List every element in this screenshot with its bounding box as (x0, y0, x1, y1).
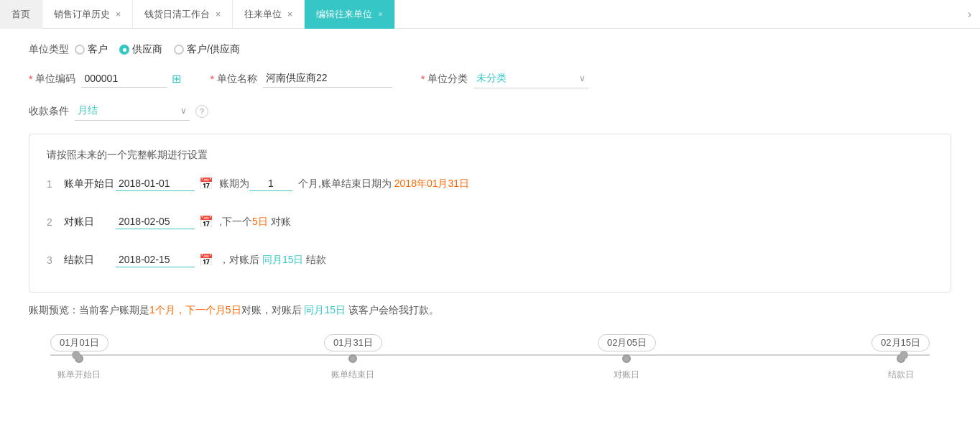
timeline-node-3: 02月05日 对账日 (598, 334, 656, 381)
period-num-1: 1 (47, 178, 64, 190)
category-dropdown[interactable]: 未分类 ∨ (473, 69, 588, 88)
payment-date-input[interactable] (116, 252, 195, 267)
period-row-1: 1 账单开始日 📅 账期为 个月,账单结束日期为 2018年01月31日 (47, 176, 933, 198)
node-badge-2: 01月31日 (324, 334, 382, 351)
category-dropdown-arrow: ∨ (579, 73, 586, 83)
preview-next: 下一个月5日 (185, 304, 241, 316)
preview-text: 账期预览：当前客户账期是1个月，下一个月5日对账，对账后 同月15日 该客户会给… (29, 304, 951, 317)
code-label: 单位编码 (35, 73, 75, 86)
node-label-4: 结款日 (888, 369, 914, 381)
period-label-2: 对账日 (64, 216, 116, 229)
tab-bar: 首页 销售订单历史 × 钱货日清工作台 × 往来单位 × 编辑往来单位 × › (0, 0, 980, 29)
node-dot-2 (348, 354, 357, 363)
node-label-3: 对账日 (614, 369, 639, 381)
period-desc-prefix: 账期为 (219, 178, 249, 190)
help-icon[interactable]: ? (195, 105, 208, 118)
name-field: * 单位名称 (210, 70, 392, 88)
unit-type-radio-group: 客户 供应商 客户/供应商 (75, 43, 240, 56)
preview-prefix: 账期预览：当前客户账期是 (29, 304, 149, 316)
tab-sales-history[interactable]: 销售订单历史 × (42, 0, 133, 29)
timeline-node-2: 01月31日 账单结束日 (324, 334, 382, 381)
unit-type-label: 单位类型 (29, 43, 69, 56)
radio-customer[interactable]: 客户 (75, 43, 108, 56)
tab-partner[interactable]: 往来单位 × (233, 0, 305, 29)
period-box: 请按照未来的一个完整帐期进行设置 1 账单开始日 📅 账期为 个月,账单结束日期… (29, 134, 951, 293)
radio-supplier[interactable]: 供应商 (119, 43, 162, 56)
month-input[interactable] (249, 176, 292, 191)
end-date-highlight: 2018年01月31日 (394, 178, 469, 189)
timeline-node-group: 01月01日 账单开始日 01月31日 账单结束日 02月05日 对账日 (50, 328, 930, 381)
period-desc-suffix: 个月,账单结束日期为 2018年01月31日 (298, 178, 469, 190)
node-label-1: 账单开始日 (57, 369, 101, 381)
preview-month: 1个月， (149, 304, 185, 316)
code-name-row: * 单位编码 ⊞ * 单位名称 * 单位分类 未分类 ∨ (29, 69, 951, 88)
radio-both[interactable]: 客户/供应商 (174, 43, 240, 56)
timeline-nodes: 01月01日 账单开始日 01月31日 账单结束日 02月05日 对账日 (50, 328, 930, 381)
timeline-wrapper: 01月01日 账单开始日 01月31日 账单结束日 02月05日 对账日 (29, 328, 951, 381)
tab-partner-label: 往来单位 (244, 8, 282, 21)
tab-edit-partner-label: 编辑往来单位 (316, 8, 372, 21)
category-value: 未分类 (476, 72, 573, 85)
copy-icon[interactable]: ⊞ (172, 72, 181, 86)
node-dot-3 (622, 354, 631, 363)
radio-supplier-circle (119, 45, 129, 55)
tab-edit-partner[interactable]: 编辑往来单位 × (305, 0, 395, 29)
payment-dropdown[interactable]: 月结 ∨ (75, 101, 190, 121)
category-star: * (421, 73, 425, 85)
radio-both-circle (174, 45, 184, 55)
payment-value: 月结 (78, 104, 175, 117)
preview-section: 账期预览：当前客户账期是1个月，下一个月5日对账，对账后 同月15日 该客户会给… (29, 304, 951, 381)
radio-customer-circle (75, 45, 85, 55)
preview-mid: 对账，对账后 (241, 304, 302, 316)
period-num-3: 3 (47, 254, 64, 266)
preview-suffix: 该客户会给我打款。 (348, 304, 439, 316)
period-title: 请按照未来的一个完整帐期进行设置 (47, 149, 933, 162)
tab-cash-work[interactable]: 钱货日清工作台 × (133, 0, 233, 29)
radio-supplier-label: 供应商 (132, 43, 162, 56)
period-desc-2: ,下一个5日 对账 (219, 216, 291, 229)
preview-pay: 同月15日 (304, 304, 346, 316)
tab-edit-partner-close[interactable]: × (378, 9, 383, 19)
reconcile-day-highlight: 5日 (252, 216, 268, 227)
category-label: 单位分类 (427, 73, 468, 86)
period-label-1: 账单开始日 (64, 178, 116, 190)
reconcile-date-input[interactable] (116, 214, 195, 229)
code-star: * (29, 73, 32, 85)
period-num-2: 2 (47, 216, 64, 228)
tab-arrow[interactable]: › (959, 8, 980, 21)
tab-sales-history-close[interactable]: × (116, 9, 121, 19)
reconcile-date-calendar[interactable]: 📅 (199, 215, 213, 229)
payment-label: 收款条件 (29, 105, 69, 118)
category-field: * 单位分类 未分类 ∨ (421, 69, 588, 88)
name-label: 单位名称 (217, 73, 257, 86)
timeline-end-dot (900, 351, 908, 359)
radio-both-label: 客户/供应商 (187, 43, 240, 56)
payment-date-calendar[interactable]: 📅 (199, 253, 213, 267)
period-row-3: 3 结款日 📅 ，对账后 同月15日 结款 (47, 252, 933, 275)
period-label-3: 结款日 (64, 254, 116, 267)
tab-cash-work-label: 钱货日清工作台 (144, 8, 210, 21)
tab-partner-close[interactable]: × (287, 9, 292, 19)
tab-home[interactable]: 首页 (0, 0, 42, 29)
node-badge-1: 01月01日 (50, 334, 108, 351)
main-content: 单位类型 客户 供应商 客户/供应商 * 单位编码 ⊞ * 单位名称 (0, 29, 980, 437)
radio-customer-label: 客户 (88, 43, 108, 56)
tab-home-label: 首页 (11, 8, 30, 21)
period-row-2: 2 对账日 📅 ,下一个5日 对账 (47, 214, 933, 236)
start-date-calendar[interactable]: 📅 (199, 177, 213, 190)
period-desc-3: ，对账后 同月15日 结款 (219, 254, 326, 267)
name-input[interactable] (263, 70, 392, 88)
payment-day-highlight: 同月15日 (262, 254, 304, 265)
code-input[interactable] (81, 70, 167, 88)
name-star: * (210, 73, 213, 85)
unit-type-row: 单位类型 客户 供应商 客户/供应商 (29, 43, 951, 56)
tab-sales-history-label: 销售订单历史 (54, 8, 110, 21)
node-badge-4: 02月15日 (872, 334, 930, 351)
timeline-start-dot (72, 351, 80, 359)
tab-cash-work-close[interactable]: × (216, 9, 221, 19)
node-label-2: 账单结束日 (331, 369, 374, 381)
payment-row: 收款条件 月结 ∨ ? (29, 101, 951, 121)
start-date-input[interactable] (116, 176, 195, 191)
payment-dropdown-arrow: ∨ (180, 106, 187, 116)
node-badge-3: 02月05日 (598, 334, 656, 351)
